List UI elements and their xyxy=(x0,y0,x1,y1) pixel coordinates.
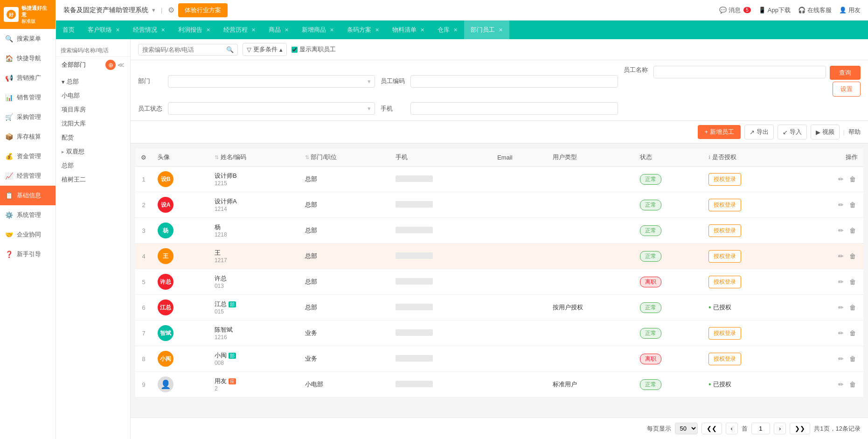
online-service-button[interactable]: 🎧 在线客服 xyxy=(798,6,832,14)
edit-button[interactable]: ✏ xyxy=(836,380,846,389)
app-download-button[interactable]: 📱 App下载 xyxy=(758,6,791,14)
delete-button[interactable]: 🗑 xyxy=(847,354,858,363)
tab-bom[interactable]: 物料清单 ✕ xyxy=(386,21,431,39)
sidebar-item-marketing[interactable]: 📢 营销推广 xyxy=(0,68,56,88)
search-icon[interactable]: 🔍 xyxy=(226,46,234,53)
next-page-button[interactable]: › xyxy=(774,423,786,434)
tab-barcode[interactable]: 条码方案 ✕ xyxy=(340,21,386,39)
close-customer-tab[interactable]: ✕ xyxy=(116,27,120,33)
close-history-tab[interactable]: ✕ xyxy=(251,27,256,33)
sidebar-item-quicknav[interactable]: 🏠 快捷导航 xyxy=(0,49,56,68)
close-product-tab[interactable]: ✕ xyxy=(285,27,289,33)
settings-gear-icon[interactable]: ⚙ xyxy=(168,6,174,14)
topbar-dropdown-icon[interactable]: ▾ xyxy=(152,7,155,14)
tab-history[interactable]: 经营历程 ✕ xyxy=(217,21,262,39)
show-resigned-checkbox-label[interactable]: 显示离职员工 xyxy=(292,45,336,54)
edit-button[interactable]: ✏ xyxy=(836,200,846,209)
dept-item-headquarter[interactable]: ▾ 总部 xyxy=(56,75,130,89)
edit-button[interactable]: ✏ xyxy=(836,354,846,363)
delete-button[interactable]: 🗑 xyxy=(847,226,858,235)
message-button[interactable]: 💬 消息 5 xyxy=(719,6,751,14)
tab-new-product[interactable]: 新增商品 ✕ xyxy=(295,21,340,39)
delete-button[interactable]: 🗑 xyxy=(847,200,858,209)
dept-search-input[interactable] xyxy=(61,47,131,54)
delete-button[interactable]: 🗑 xyxy=(847,277,858,286)
delete-button[interactable]: 🗑 xyxy=(847,174,858,184)
dept-item-shenyang[interactable]: 沈阳大库 xyxy=(56,117,130,131)
employee-name-input[interactable] xyxy=(653,66,826,78)
show-resigned-checkbox[interactable] xyxy=(292,47,298,53)
delete-button[interactable]: 🗑 xyxy=(847,303,858,312)
page-number-input[interactable] xyxy=(751,423,770,434)
more-conditions-button[interactable]: ▽ 更多条件 ▴ xyxy=(243,43,287,56)
delete-button[interactable]: 🗑 xyxy=(847,380,858,389)
sidebar-item-basic[interactable]: 📋 基础信息 xyxy=(0,186,56,205)
edit-button[interactable]: ✏ xyxy=(836,226,846,235)
dept-item-headquarter2[interactable]: 总部 xyxy=(56,159,130,173)
dept-item-distribution[interactable]: 配货 xyxy=(56,131,130,145)
delete-button[interactable]: 🗑 xyxy=(847,251,858,261)
edit-button[interactable]: ✏ xyxy=(836,277,846,286)
dept-item-xiao-dian[interactable]: 小电部 xyxy=(56,89,130,103)
sidebar-item-system[interactable]: ⚙️ 系统管理 xyxy=(0,205,56,225)
auth-button[interactable]: 授权登录 xyxy=(708,276,741,288)
prev-page-button[interactable]: ‹ xyxy=(726,423,738,434)
dept-item-shuangluxiang[interactable]: ▸ 双鹿想 xyxy=(56,145,130,159)
sidebar-item-collab[interactable]: 🤝 企业协同 xyxy=(0,225,56,244)
close-profit-tab[interactable]: ✕ xyxy=(206,27,210,33)
edit-button[interactable]: ✏ xyxy=(836,174,846,184)
last-page-button[interactable]: ❯❯ xyxy=(790,423,810,434)
dept-collapse-icon[interactable]: ≪ xyxy=(118,61,125,69)
close-bom-tab[interactable]: ✕ xyxy=(420,27,424,33)
close-warehouse-tab[interactable]: ✕ xyxy=(453,27,458,33)
dept-item-project[interactable]: 项目库房 xyxy=(56,103,130,117)
sidebar-item-sales[interactable]: 📊 销售管理 xyxy=(0,88,56,107)
help-text[interactable]: 帮助 xyxy=(848,128,861,136)
export-button[interactable]: ↗ 导出 xyxy=(744,125,774,139)
table-settings-icon[interactable]: ⚙ xyxy=(141,154,146,161)
tab-profit[interactable]: 利润报告 ✕ xyxy=(172,21,217,39)
tab-product[interactable]: 商品 ✕ xyxy=(262,21,295,39)
close-employee-tab[interactable]: ✕ xyxy=(499,27,503,33)
user-avatar[interactable]: 👤 用友 xyxy=(839,6,861,14)
auth-button[interactable]: 授权登录 xyxy=(708,199,741,211)
col-dept[interactable]: ⇅ 部门/职位 xyxy=(299,148,390,167)
experience-button[interactable]: 体验行业方案 xyxy=(178,3,228,17)
search-input[interactable] xyxy=(142,46,226,53)
tab-warehouse[interactable]: 仓库 ✕ xyxy=(431,21,464,39)
first-page-button[interactable]: ❮❮ xyxy=(701,423,722,434)
auth-button[interactable]: 授权登录 xyxy=(708,173,741,186)
auth-button[interactable]: 授权登录 xyxy=(708,353,741,365)
tab-home[interactable]: 首页 xyxy=(56,21,81,39)
close-operation-tab[interactable]: ✕ xyxy=(161,27,165,33)
sidebar-item-finance[interactable]: 💰 资金管理 xyxy=(0,146,56,166)
employee-code-input[interactable] xyxy=(410,75,618,88)
close-new-product-tab[interactable]: ✕ xyxy=(330,27,334,33)
dept-item-zhishu[interactable]: 植树王二 xyxy=(56,173,130,187)
auth-button[interactable]: 授权登录 xyxy=(708,327,741,340)
dept-add-icon[interactable]: ⊕ xyxy=(105,60,116,70)
employee-status-select[interactable]: ▾ xyxy=(168,102,375,115)
per-page-select[interactable]: 50 xyxy=(675,423,698,434)
sidebar-item-purchase[interactable]: 🛒 采购管理 xyxy=(0,107,56,127)
import-button[interactable]: ↙ 导入 xyxy=(778,125,807,139)
close-barcode-tab[interactable]: ✕ xyxy=(375,27,379,33)
search-button[interactable]: 查询 xyxy=(830,66,861,80)
edit-button[interactable]: ✏ xyxy=(836,303,846,312)
sidebar-item-inventory[interactable]: 📦 库存核算 xyxy=(0,127,56,146)
delete-button[interactable]: 🗑 xyxy=(847,328,858,338)
add-employee-button[interactable]: + 新增员工 xyxy=(698,125,740,139)
tab-operation-status[interactable]: 经营情况 ✕ xyxy=(126,21,172,39)
col-settings[interactable]: ⚙ xyxy=(135,148,152,167)
edit-button[interactable]: ✏ xyxy=(836,251,846,261)
view-button[interactable]: ▶ 视频 xyxy=(811,125,840,139)
tab-employee[interactable]: 部门员工 ✕ xyxy=(464,21,509,39)
sidebar-item-operation[interactable]: 📈 经营管理 xyxy=(0,166,56,186)
auth-button[interactable]: 授权登录 xyxy=(708,224,741,237)
phone-input[interactable] xyxy=(410,102,618,115)
edit-button[interactable]: ✏ xyxy=(836,328,846,338)
tab-customer[interactable]: 客户联络 ✕ xyxy=(81,21,126,39)
set-button[interactable]: 设置 xyxy=(833,82,861,97)
dept-filter-select[interactable]: ▾ xyxy=(168,75,375,88)
sidebar-item-search[interactable]: 🔍 搜索菜单 xyxy=(0,29,56,49)
